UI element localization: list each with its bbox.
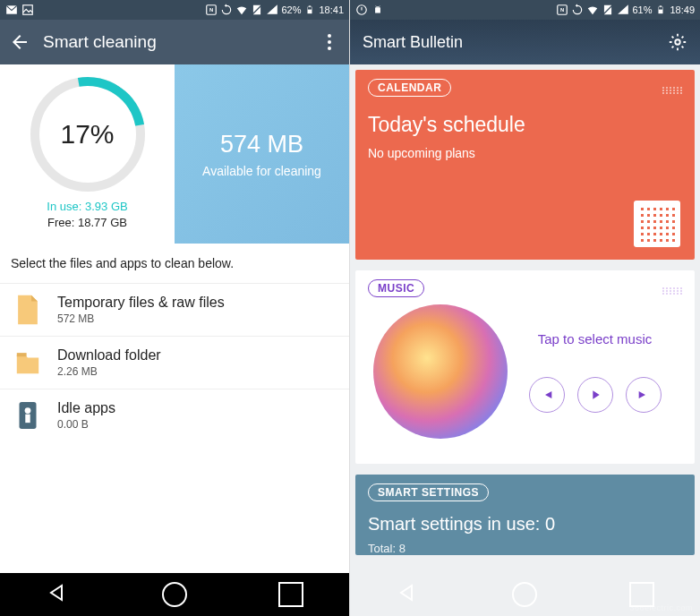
- svg-point-13: [25, 407, 31, 414]
- instruction-text: Select the files and apps to clean below…: [0, 244, 349, 283]
- sync-icon: [571, 4, 584, 16]
- data-icon: [602, 4, 614, 16]
- music-chip: MUSIC: [368, 279, 424, 297]
- calendar-title: Today's schedule: [368, 113, 682, 137]
- settings-button[interactable]: [668, 32, 687, 52]
- status-bar: N 62% 18:41: [0, 0, 349, 20]
- drag-handle-icon[interactable]: [662, 283, 682, 292]
- gmail-icon: [5, 4, 18, 16]
- in-use-label: In use: 3.93 GB: [47, 199, 127, 215]
- nav-back-button[interactable]: [46, 582, 71, 607]
- item-title: Idle apps: [57, 400, 115, 416]
- available-label: Available for cleaning: [202, 164, 321, 178]
- smart-settings-card[interactable]: SMART SETTINGS Smart settings in use: 0 …: [355, 475, 695, 555]
- album-art[interactable]: [373, 304, 508, 439]
- svg-text:N: N: [209, 7, 213, 13]
- battery-percent: 61%: [632, 4, 652, 15]
- music-notif-icon: [355, 4, 368, 16]
- nav-back-button[interactable]: [396, 582, 421, 607]
- battery-icon: [654, 4, 667, 16]
- svg-line-17: [376, 5, 377, 6]
- svg-rect-16: [375, 8, 380, 13]
- wifi-icon: [235, 4, 248, 16]
- page-title: Smart cleaning: [43, 32, 319, 52]
- nav-recent-button[interactable]: [278, 582, 303, 607]
- available-size: 574 MB: [220, 131, 303, 158]
- overflow-menu-button[interactable]: [319, 31, 340, 53]
- nfc-icon: N: [205, 4, 218, 16]
- sync-icon: [220, 4, 233, 16]
- next-track-button[interactable]: [626, 377, 662, 413]
- svg-rect-24: [659, 7, 662, 10]
- svg-line-18: [380, 5, 380, 6]
- svg-rect-6: [309, 5, 312, 6]
- tap-to-select[interactable]: Tap to select music: [538, 331, 653, 346]
- idle-app-icon: [13, 398, 43, 432]
- usage-donut: 17%: [30, 77, 145, 192]
- folder-icon: [13, 346, 43, 380]
- image-icon: [21, 4, 34, 16]
- item-size: 572 MB: [57, 312, 225, 325]
- bulletin-header: Smart Bulletin: [350, 20, 700, 64]
- svg-point-9: [328, 40, 331, 44]
- prev-track-button[interactable]: [529, 377, 565, 413]
- nav-recent-button[interactable]: [629, 582, 654, 607]
- calendar-subtitle: No upcoming plans: [368, 146, 682, 160]
- signal-icon: [617, 4, 629, 16]
- svg-text:N: N: [560, 7, 564, 13]
- svg-point-10: [328, 47, 331, 50]
- free-label: Free: 18.77 GB: [47, 215, 127, 231]
- drag-handle-icon[interactable]: [662, 82, 682, 91]
- item-title: Temporary files & raw files: [57, 295, 225, 311]
- list-item-temp-files[interactable]: Temporary files & raw files 572 MB: [0, 283, 349, 336]
- nav-home-button[interactable]: [162, 582, 187, 607]
- item-title: Download folder: [57, 347, 161, 364]
- storage-summary: 17% In use: 3.93 GB Free: 18.77 GB 574 M…: [0, 64, 349, 244]
- clock: 18:41: [319, 4, 344, 15]
- smart-cleaning-screen: N 62% 18:41 Smart cleaning 17% In use: 3…: [0, 0, 350, 616]
- svg-point-25: [675, 39, 680, 45]
- svg-rect-7: [308, 7, 312, 10]
- usage-percent: 17%: [30, 77, 145, 192]
- bulletin-title: Smart Bulletin: [363, 33, 463, 52]
- play-button[interactable]: [577, 377, 613, 413]
- list-item-idle-apps[interactable]: Idle apps 0.00 B: [0, 389, 349, 441]
- calendar-chip: CALENDAR: [368, 79, 451, 97]
- data-icon: [251, 4, 263, 16]
- nav-bar: [0, 573, 349, 616]
- svg-rect-11: [17, 353, 27, 356]
- smart-settings-line: Smart settings in use: 0: [368, 514, 682, 535]
- calendar-icon: [634, 201, 680, 247]
- svg-rect-14: [25, 415, 30, 424]
- smart-settings-chip: SMART SETTINGS: [368, 483, 489, 501]
- list-item-download-folder[interactable]: Download folder 2.26 MB: [0, 336, 349, 389]
- calendar-card[interactable]: CALENDAR Today's schedule No upcoming pl…: [355, 70, 695, 260]
- svg-rect-23: [660, 5, 662, 6]
- clock: 18:49: [670, 4, 695, 15]
- status-bar: N 61% 18:49: [350, 0, 700, 20]
- signal-icon: [266, 4, 278, 16]
- smart-settings-total: Total: 8: [368, 542, 682, 555]
- item-size: 2.26 MB: [57, 365, 161, 378]
- android-icon: [371, 4, 384, 16]
- back-button[interactable]: [9, 31, 30, 53]
- available-panel[interactable]: 574 MB Available for cleaning: [175, 64, 349, 244]
- cleanable-list: Temporary files & raw files 572 MB Downl…: [0, 283, 349, 441]
- app-bar: Smart cleaning: [0, 20, 349, 64]
- music-card: MUSIC Tap to select music: [355, 270, 695, 464]
- svg-point-8: [328, 34, 331, 38]
- battery-percent: 62%: [281, 4, 301, 15]
- wifi-icon: [586, 4, 599, 16]
- file-icon: [13, 293, 43, 327]
- svg-rect-1: [23, 5, 33, 15]
- item-size: 0.00 B: [57, 418, 115, 431]
- nfc-icon: N: [556, 4, 568, 16]
- storage-chart: 17% In use: 3.93 GB Free: 18.77 GB: [0, 64, 175, 244]
- battery-icon: [303, 4, 316, 16]
- smart-bulletin-screen: N 61% 18:49 Smart Bulletin CALENDAR Toda…: [350, 0, 700, 616]
